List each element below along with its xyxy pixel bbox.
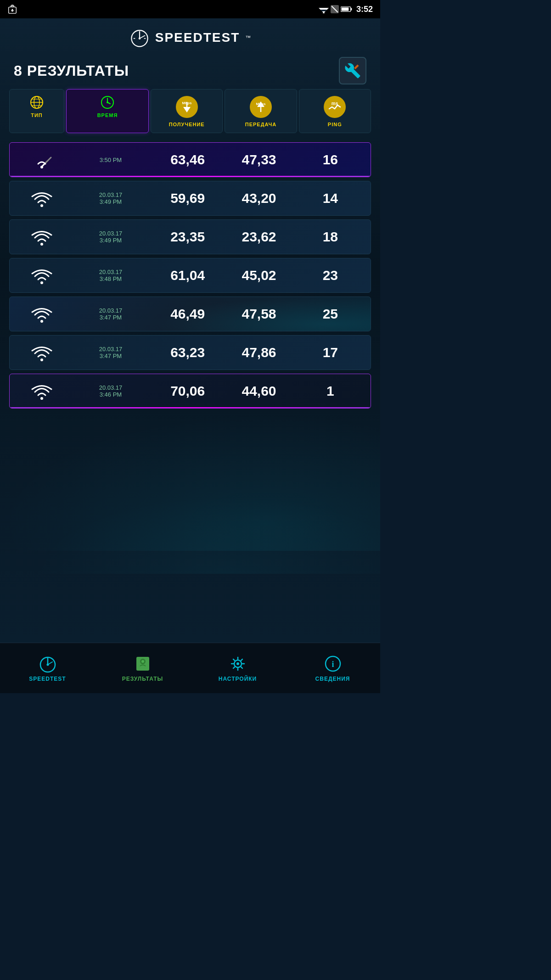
row-type-icon (14, 228, 69, 246)
row-datetime: 20.03.17 3:46 PM (69, 384, 152, 398)
col-ping-label: PING (328, 122, 342, 127)
settings-nav-icon (229, 655, 247, 673)
col-header-type[interactable]: ТИП (9, 89, 64, 133)
row-ping-value: 25 (295, 306, 366, 322)
nav-speedtest-label: SPEEDTEST (29, 676, 66, 682)
svg-point-36 (40, 204, 43, 207)
svg-point-40 (40, 358, 43, 361)
row-download-value: 46,49 (152, 306, 223, 322)
row-type-icon (14, 305, 69, 323)
table-row[interactable]: 20.03.17 3:46 PM 70,06 44,60 1 (9, 374, 371, 409)
speedtest-logo-icon (129, 28, 150, 48)
ping-badge-icon: ms (323, 95, 347, 119)
wifi-partial-icon (31, 151, 53, 168)
row-ping-value: 23 (295, 268, 366, 283)
table-row[interactable]: 20.03.17 3:47 PM 63,23 47,86 17 (9, 335, 371, 370)
row-time-value: 3:47 PM (100, 314, 122, 321)
row-ping-value: 1 (295, 383, 366, 399)
speedtest-tm: ™ (245, 34, 251, 41)
row-ping-value: 16 (295, 152, 366, 168)
nav-item-results[interactable]: РЕЗУЛЬТАТЫ (95, 643, 190, 693)
nav-item-info[interactable]: i СВЕДЕНИЯ (285, 643, 380, 693)
col-type-label: ТИП (31, 112, 43, 118)
row-date-value: 20.03.17 (99, 346, 123, 353)
wifi-full-icon (31, 305, 53, 323)
row-ping-value: 14 (295, 190, 366, 206)
row-upload-value: 47,58 (223, 306, 294, 322)
settings-button[interactable] (339, 57, 366, 84)
row-download-value: 61,04 (152, 268, 223, 283)
results-nav-icon (134, 655, 152, 673)
row-download-value: 70,06 (152, 383, 223, 399)
svg-point-33 (324, 96, 346, 118)
row-time-value: 3:49 PM (100, 198, 122, 205)
table-row[interactable]: 20.03.17 3:47 PM 46,49 47,58 25 (9, 297, 371, 331)
download-badge-container: Mbps (175, 95, 199, 119)
nav-item-speedtest[interactable]: SPEEDTEST (0, 643, 95, 693)
speedtest-nav-icon (39, 655, 57, 673)
svg-point-24 (107, 101, 108, 103)
info-nav-icon: i (324, 655, 342, 673)
settings-icon (344, 62, 361, 79)
table-row[interactable]: 3:50 PM 63,46 47,33 16 (9, 142, 371, 177)
col-download-label: ПОЛУЧЕНИЕ (169, 122, 205, 127)
col-header-upload[interactable]: Mbps ПЕРЕДАЧА (225, 89, 297, 133)
svg-point-49 (236, 662, 239, 665)
upload-badge-container: Mbps (249, 95, 273, 119)
status-bar-right: 3:52 (319, 5, 373, 14)
col-header-time[interactable]: ВРЕМЯ (66, 89, 149, 133)
row-datetime: 20.03.17 3:48 PM (69, 269, 152, 282)
row-upload-value: 47,33 (223, 152, 294, 168)
wifi-status-icon (319, 5, 329, 13)
table-row[interactable]: 20.03.17 3:48 PM 61,04 45,02 23 (9, 258, 371, 293)
row-time-value: 3:50 PM (100, 157, 122, 163)
svg-point-45 (46, 663, 49, 666)
row-upload-value: 23,62 (223, 229, 294, 245)
row-datetime: 20.03.17 3:49 PM (69, 230, 152, 244)
svg-point-38 (40, 281, 43, 284)
row-time-value: 3:49 PM (100, 237, 122, 244)
status-bar-left (7, 4, 17, 14)
row-download-value: 23,35 (152, 229, 223, 245)
row-ping-value: 17 (295, 345, 366, 360)
col-header-ping[interactable]: ms PING (299, 89, 371, 133)
data-rows: 3:50 PM 63,46 47,33 16 20.03.17 3:49 PM … (0, 142, 380, 409)
globe-icon (29, 95, 44, 110)
row-time-value: 3:46 PM (100, 391, 122, 398)
wifi-full-icon (31, 190, 53, 207)
row-time-value: 3:47 PM (100, 353, 122, 359)
nav-results-label: РЕЗУЛЬТАТЫ (122, 676, 163, 682)
wifi-full-icon (31, 228, 53, 246)
row-date-value: 20.03.17 (99, 384, 123, 391)
svg-line-57 (233, 667, 235, 668)
svg-point-41 (40, 397, 43, 400)
row-download-value: 59,69 (152, 190, 223, 206)
ping-badge-container: ms (323, 95, 347, 119)
svg-point-35 (40, 166, 43, 168)
row-download-value: 63,46 (152, 152, 223, 168)
clock-icon (100, 95, 115, 110)
row-date-value: 20.03.17 (99, 269, 123, 275)
svg-text:i: i (332, 660, 334, 669)
row-datetime: 20.03.17 3:47 PM (69, 346, 152, 359)
row-upload-value: 47,86 (223, 345, 294, 360)
column-headers: ТИП ВРЕМЯ Mbps (0, 89, 380, 133)
row-download-value: 63,23 (152, 345, 223, 360)
table-row[interactable]: 20.03.17 3:49 PM 59,69 43,20 14 (9, 181, 371, 216)
signal-blocked-icon (331, 5, 339, 13)
svg-line-56 (241, 659, 242, 661)
svg-rect-9 (342, 8, 349, 11)
row-type-icon (14, 344, 69, 361)
row-type-icon (14, 151, 69, 168)
nav-info-label: СВЕДЕНИЯ (315, 676, 350, 682)
row-datetime: 20.03.17 3:49 PM (69, 191, 152, 205)
main-content: SPEEDTEST™ 8 РЕЗУЛЬТАТЫ ТИП (0, 18, 380, 643)
wifi-full-icon (31, 344, 53, 361)
row-datetime: 20.03.17 3:47 PM (69, 307, 152, 321)
nav-item-settings[interactable]: НАСТРОЙКИ (190, 643, 285, 693)
svg-point-13 (139, 38, 141, 39)
row-type-icon (14, 382, 69, 400)
col-header-download[interactable]: Mbps ПОЛУЧЕНИЕ (151, 89, 223, 133)
table-row[interactable]: 20.03.17 3:49 PM 23,35 23,62 18 (9, 219, 371, 254)
nav-settings-label: НАСТРОЙКИ (219, 676, 257, 682)
